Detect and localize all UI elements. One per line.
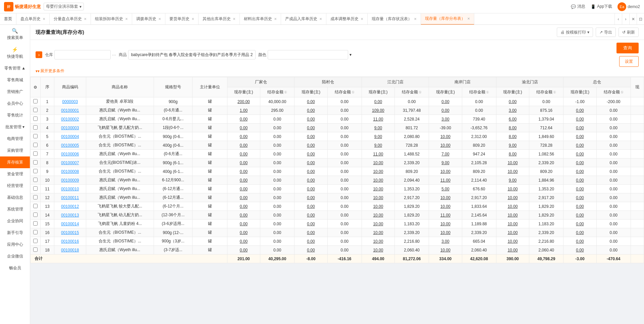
cell-tot-qty[interactable]: 0.00 [564,237,596,246]
cell[interactable]: 0.00 [227,167,260,176]
cell[interactable]: 10.00 [362,167,394,176]
tab-next-btn[interactable]: › [622,13,629,25]
cell-check[interactable] [31,97,41,106]
cell[interactable]: 0.00 [227,202,260,211]
cell-code[interactable]: 00100001 [54,106,86,115]
company-selector[interactable]: 母婴行业演示陈套 ▾ [44,3,84,10]
sidebar-item-vip[interactable]: 畅会员 [0,262,30,274]
setting-button[interactable]: 设置 [619,56,639,67]
tab-combo-close[interactable]: ✕ [125,17,128,21]
cell[interactable]: 10.00 [362,193,394,202]
cell-code[interactable]: 00100003 [54,124,86,132]
cell-tot-qty[interactable]: 0.00 [564,220,596,228]
sidebar-item-member[interactable]: 会员中心 [0,98,30,109]
tab-other-close[interactable]: ✕ [233,17,235,21]
cell[interactable]: 0.00 [227,141,260,150]
cell-tot-qty[interactable]: 0.00 [564,124,596,132]
cell-tot-qty[interactable]: 0.00 [564,115,596,124]
cell[interactable]: 0.00 [227,228,260,237]
cell-tot-qty[interactable]: 0.00 [564,202,596,211]
cell[interactable]: 9.00 [362,141,394,150]
cell-tot-qty[interactable]: 0.00 [564,141,596,150]
cell[interactable]: 0.00 [294,106,327,115]
tab-dist-close[interactable]: ✕ [467,17,470,20]
cell[interactable]: 0.00 [294,220,327,228]
cell[interactable]: 0.00 [294,202,327,211]
cell[interactable]: 0.00 [227,132,260,141]
cell-check[interactable] [31,115,41,124]
cell[interactable]: 0.00 [227,193,260,202]
cell[interactable]: 10.00 [496,246,529,254]
tab-transfer-close[interactable]: ✕ [158,17,161,21]
cell[interactable]: 10.00 [362,228,394,237]
expand-more-btn[interactable]: ▾▾ 展开更多条件 [36,68,639,74]
cell-na-qty[interactable]: 10.00 [429,202,462,211]
sidebar-item-ecommerce[interactable]: 电商管理 [0,133,30,145]
cell-check[interactable] [31,176,41,185]
cell-tot-qty[interactable]: 0.00 [564,176,596,185]
tab-combo-split[interactable]: 组装拆卸单历史 ✕ [91,13,132,25]
cell[interactable]: 10.00 [362,185,394,193]
warehouse-input[interactable] [54,50,111,59]
cell-code[interactable]: 00100014 [54,220,86,228]
cell[interactable]: 0.00 [227,115,260,124]
cell[interactable]: 0.00 [294,176,327,185]
tab-stocktake-close[interactable]: ✕ [43,17,45,21]
tab-prev-btn[interactable]: ‹ [614,13,622,25]
tab-material-close[interactable]: ✕ [274,17,277,21]
cell-tot-qty[interactable]: 0.00 [564,106,596,115]
cell-tot-qty[interactable]: 0.00 [564,158,596,167]
cell-code[interactable]: 0000003 [54,97,86,106]
cell-check[interactable] [31,185,41,193]
cell-na-qty[interactable]: 10.00 [429,167,462,176]
cell-tot-qty[interactable]: 0.00 [564,228,596,237]
cell[interactable]: 0.00 [227,246,260,254]
cell-na-qty[interactable]: 5.00 [429,185,462,193]
cell[interactable]: 0.00 [294,150,327,158]
cell-code[interactable]: 00100002 [54,115,86,124]
tab-stocktake[interactable]: 盘点单历史 ✕ [16,13,50,25]
cell[interactable]: 10.00 [496,237,529,246]
cell[interactable]: 11.00 [362,115,394,124]
cell[interactable]: 10.00 [496,167,529,176]
cell[interactable]: 9.00 [496,141,529,150]
cell-na-qty[interactable]: 11.00 [429,211,462,220]
cell[interactable]: 0.00 [294,193,327,202]
warehouse-dots[interactable]: ··· [112,52,116,57]
cell[interactable]: 0.00 [294,158,327,167]
color-input[interactable] [268,50,348,59]
cell-tot-qty[interactable]: 0.00 [564,211,596,220]
print-button[interactable]: 🖨 按模板打印 ▾ [557,28,593,37]
cell-na-qty[interactable]: 10.00 [429,228,462,237]
cell-check[interactable] [31,211,41,220]
sidebar-item-purchase[interactable]: 采购管理 [0,145,30,156]
cell[interactable]: 109.00 [362,106,394,115]
sidebar-item-inventory[interactable]: 库存核算 [0,156,30,168]
cell[interactable]: 10.00 [496,158,529,167]
message-btn[interactable]: 💬 消息 [571,4,585,9]
cell[interactable]: 6.00 [496,115,529,124]
cell[interactable]: 10.00 [496,193,529,202]
tab-point-close[interactable]: ✕ [84,17,87,21]
cell-na-qty[interactable]: 0.00 [429,106,462,115]
tab-product-in[interactable]: 产成品入库单历史 ✕ [281,13,326,25]
cell[interactable]: 10.00 [496,220,529,228]
app-download-btn[interactable]: 📱 App下载 [591,4,612,9]
cell[interactable]: 10.00 [362,202,394,211]
cell[interactable]: 10.00 [496,228,529,237]
sidebar-item-finance[interactable]: 资金管理 [0,168,30,180]
cell-code[interactable]: 00100006 [54,150,86,158]
cell[interactable]: 0.00 [294,167,327,176]
cell[interactable]: 0.00 [294,185,327,193]
cell-check[interactable] [31,237,41,246]
sidebar-item-operations[interactable]: 经营管理 [0,180,30,192]
cell[interactable]: 200.00 [227,97,260,106]
cell[interactable]: 0.00 [227,150,260,158]
cell-check[interactable] [31,202,41,211]
tab-cost-adjust[interactable]: 成本调整单历史 ✕ [326,13,368,25]
cell-check[interactable] [31,158,41,167]
cell-code[interactable]: 00100011 [54,193,86,202]
tab-cost-close[interactable]: ✕ [361,17,363,21]
cell-code[interactable]: 00100018 [54,246,86,254]
cell[interactable]: 10.00 [362,176,394,185]
